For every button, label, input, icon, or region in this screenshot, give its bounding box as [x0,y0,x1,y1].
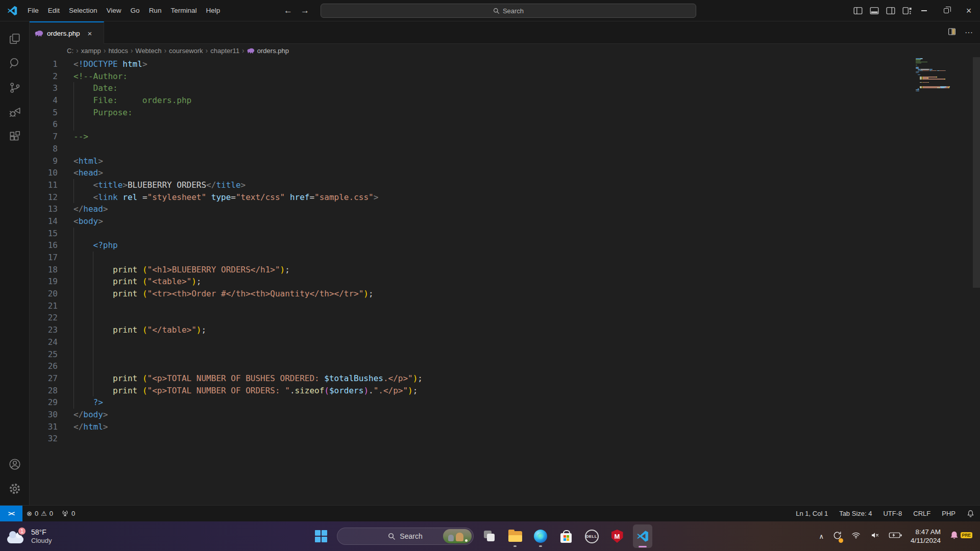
weather-widget[interactable]: 1 58°F Cloudy [7,521,52,551]
code-editor[interactable]: 1<!DOCTYPE html>2<!--Author:3 Date:4 Fil… [30,57,980,505]
code-line[interactable]: 27 print ("<p>TOTAL NUMBER OF BUSHES ORD… [30,372,934,385]
code-line[interactable]: 25 [30,348,934,361]
breadcrumb: C: › xampp › htdocs › Webtech › coursewo… [30,44,980,57]
battery-icon[interactable] [889,531,902,541]
code-line[interactable]: 13</head> [30,203,934,215]
tray-chevron-up-icon[interactable]: ∧ [819,533,824,540]
code-line[interactable]: 8 [30,143,934,155]
dell-button[interactable]: DELL [582,524,601,548]
notification-bell-icon[interactable] [949,531,959,542]
code-line[interactable]: 10<head> [30,167,934,179]
minimize-button[interactable] [913,0,935,21]
breadcrumb-segment[interactable]: C: [67,47,74,55]
indentation-status[interactable]: Tab Size: 4 [834,506,877,521]
code-line[interactable]: 19 print ("<table>"); [30,276,934,288]
tab-orders-php[interactable]: orders.php × [30,21,104,44]
code-line[interactable]: 5 Purpose: [30,107,934,119]
remote-indicator[interactable]: >< [0,506,22,521]
file-explorer-button[interactable] [505,524,525,548]
explorer-icon[interactable] [3,27,27,51]
code-line[interactable]: 17 [30,252,934,264]
code-line[interactable]: 32 [30,433,934,445]
breadcrumb-segment[interactable]: coursework [169,47,203,55]
eol-status[interactable]: CRLF [908,506,936,521]
chevron-right-icon: › [242,46,244,55]
menu-view[interactable]: View [102,0,126,21]
more-actions-icon[interactable]: ··· [965,28,973,37]
search-sidebar-icon[interactable] [3,51,27,76]
code-line[interactable]: 4 File: orders.php [30,94,934,107]
code-line[interactable]: 18 print ("<h1>BLUEBERRY ORDERS</h1>"); [30,264,934,276]
code-line[interactable]: 2<!--Author: [30,70,934,83]
code-line[interactable]: 22 [30,312,934,324]
menu-file[interactable]: File [23,0,43,21]
code-line[interactable]: 9<html> [30,155,934,167]
taskbar-search[interactable]: Search [337,528,474,545]
edge-button[interactable] [531,524,550,548]
back-arrow-icon[interactable]: ← [284,6,292,16]
language-mode[interactable]: PHP [936,506,961,521]
menu-help[interactable]: Help [201,0,225,21]
code-line[interactable]: 3 Date: [30,82,934,94]
breadcrumb-segment[interactable]: htdocs [108,47,128,55]
code-line[interactable]: 29 ?> [30,396,934,409]
maximize-button[interactable] [935,0,958,21]
problems-status[interactable]: ⊗ 0 ⚠ 0 [22,506,57,521]
code-line[interactable]: 12 <link rel ="stylesheet" type="text/cs… [30,191,934,204]
code-line[interactable]: 20 print ("<tr><th>Order #</th><th>Quant… [30,288,934,300]
code-line[interactable]: 6 [30,118,934,131]
encoding-status[interactable]: UTF-8 [877,506,908,521]
code-line[interactable]: 24 [30,336,934,348]
minimap[interactable] [916,58,953,93]
code-line[interactable]: 30</body> [30,409,934,421]
toggle-panel-icon[interactable] [869,5,880,16]
split-editor-icon[interactable] [947,27,957,38]
command-center-search[interactable]: Search [321,4,696,18]
wifi-icon[interactable] [851,531,861,542]
update-sync-icon[interactable] [832,531,842,542]
cursor-position[interactable]: Ln 1, Col 1 [790,506,834,521]
breadcrumb-file[interactable]: orders.php [247,47,289,55]
menu-go[interactable]: Go [126,0,144,21]
code-line[interactable]: 11 <title>BLUEBERRY ORDERS</title> [30,179,934,191]
run-debug-icon[interactable] [3,100,27,124]
volume-muted-icon[interactable] [870,531,880,542]
source-control-icon[interactable] [3,76,27,100]
menu-edit[interactable]: Edit [43,0,64,21]
microsoft-store-button[interactable] [556,524,576,548]
ports-status[interactable]: 0 [57,506,79,521]
code-line[interactable]: 26 [30,360,934,372]
extensions-icon[interactable] [3,124,27,149]
customize-layout-icon[interactable] [901,5,913,16]
forward-arrow-icon[interactable]: → [301,6,309,16]
tab-close-icon[interactable]: × [88,29,92,38]
editor-scrollbar[interactable] [973,57,980,288]
search-highlight-image[interactable] [443,529,472,543]
code-line[interactable]: 14<body> [30,215,934,228]
mcafee-button[interactable]: M [607,524,627,548]
code-line[interactable]: 16 <?php [30,239,934,252]
settings-gear-icon[interactable] [3,477,27,501]
code-line[interactable]: 28 print ("<p>TOTAL NUMBER OF ORDERS: ".… [30,385,934,397]
notifications-bell-icon[interactable] [961,506,980,521]
task-view-button[interactable] [480,524,499,548]
code-line[interactable]: 31</html> [30,421,934,433]
start-button[interactable] [311,524,331,548]
menu-selection[interactable]: Selection [64,0,102,21]
code-line[interactable]: 1<!DOCTYPE html> [30,58,934,70]
breadcrumb-segment[interactable]: chapter11 [210,47,239,55]
code-line[interactable]: 15 [30,228,934,240]
toggle-secondary-sidebar-icon[interactable] [885,5,896,16]
clock[interactable]: 8:47 AM 4/11/2024 [911,528,941,545]
menu-terminal[interactable]: Terminal [166,0,201,21]
code-line[interactable]: 21 [30,300,934,312]
vscode-taskbar-button[interactable] [633,524,652,548]
breadcrumb-segment[interactable]: Webtech [135,47,161,55]
account-icon[interactable] [3,452,27,477]
code-line[interactable]: 23 print ("</table>"); [30,324,934,336]
close-button[interactable]: × [958,0,980,21]
toggle-sidebar-icon[interactable] [852,5,864,16]
code-line[interactable]: 7--> [30,131,934,143]
breadcrumb-segment[interactable]: xampp [81,47,101,55]
menu-run[interactable]: Run [144,0,166,21]
